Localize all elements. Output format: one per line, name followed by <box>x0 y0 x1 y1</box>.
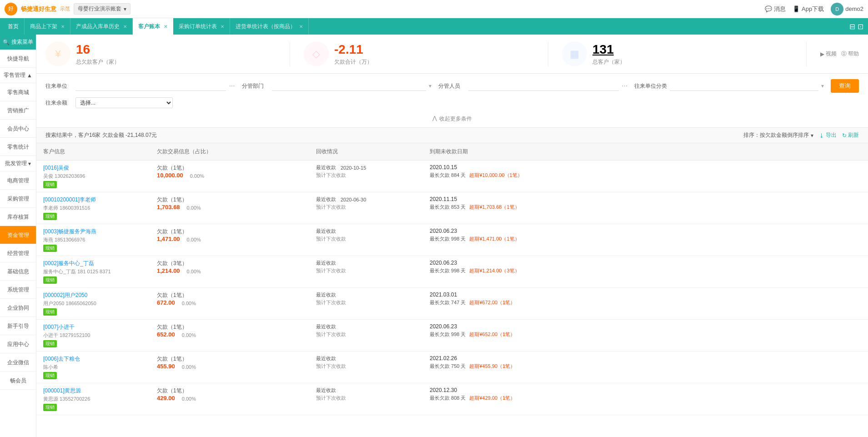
cell-customer-info-0: [0016]吴俊 吴俊 13026203696 现销 <box>36 161 150 192</box>
export-btn[interactable]: ⭳ 导出 <box>819 131 837 139</box>
dept-input[interactable] <box>272 81 426 91</box>
sidebar-item-retail-mgmt[interactable]: 零售管理 ▲ <box>0 68 36 83</box>
customer-name-4[interactable]: [000002]用户2050 <box>43 291 143 299</box>
sidebar-item-system[interactable]: 系统管理 <box>0 281 36 299</box>
tab-maximize-icon[interactable]: ⊡ <box>858 22 863 31</box>
overdue-amount-0[interactable]: 超期¥10,000.00（1笔） <box>469 172 522 179</box>
sidebar-item-ecommerce-label: 电商管理 <box>2 177 34 185</box>
debt-amount-4[interactable]: 672.00 <box>157 299 175 306</box>
tab-purchase-label: 采购订单统计表 <box>179 23 217 30</box>
refresh-btn[interactable]: ↻ 刷新 <box>842 131 859 139</box>
sidebar-item-finance[interactable]: 资金管理 <box>0 226 36 244</box>
debt-amount-2[interactable]: 1,471.00 <box>157 236 180 242</box>
sidebar-item-retail-store[interactable]: 零售商城 <box>0 83 36 101</box>
message-btn[interactable]: 💬 消息 <box>765 5 786 13</box>
overdue-amount-4[interactable]: 超期¥672.00（1笔） <box>469 299 515 306</box>
customer-name-3[interactable]: [0002]服务中心_丁磊 <box>43 260 143 267</box>
table-row: [0007]小进干 小进干 18279152100 现销 欠款（1笔） 652.… <box>36 320 868 352</box>
overdue-amount-7[interactable]: 超期¥429.00（1笔） <box>469 395 515 402</box>
tab-incoming-stats[interactable]: 进货单统计表（按商品） ✕ <box>230 18 309 35</box>
sidebar-item-batch-mgmt[interactable]: 批发管理 ▾ <box>0 156 36 171</box>
sidebar-item-inventory[interactable]: 库存核算 <box>0 208 36 226</box>
results-summary: 搜索结果中，客户16家 欠款金额 -21,148.07元 <box>45 131 157 139</box>
customer-name-7[interactable]: [000001]黄思源 <box>43 387 143 395</box>
logo-area: 好 畅捷通好生意 示范 母婴行业演示账套 ▾ <box>5 3 130 15</box>
customer-name-6[interactable]: [0006]去下粮仓 <box>43 355 143 363</box>
tab-customer-account[interactable]: 客户账本 ✕ <box>133 18 173 35</box>
collapse-row[interactable]: ⋀ 收起更多条件 <box>45 113 859 125</box>
debt-amount-6[interactable]: 455.90 <box>157 363 175 370</box>
overdue-amount-3[interactable]: 超期¥1,214.00（3笔） <box>469 267 519 274</box>
unit-category-input[interactable] <box>670 81 818 91</box>
help-btn[interactable]: ⓪ 帮助 <box>841 50 859 58</box>
table-row: [000001]黄思源 黄思源 13552700226 现销 欠款（1笔） 42… <box>36 383 868 415</box>
user-avatar-btn[interactable]: D demo2 <box>831 3 863 15</box>
tab-produce-history[interactable]: 产成品入库单历史 ✕ <box>70 18 133 35</box>
overdue-amount-2[interactable]: 超期¥1,471.00（1笔） <box>469 236 519 242</box>
tab-home[interactable]: 首页 <box>2 18 25 35</box>
sidebar-item-ecommerce[interactable]: 电商管理 <box>0 171 36 190</box>
overdue-date-6: 2021.02.26 <box>430 355 861 362</box>
unit-category-label: 往来单位分类 <box>634 82 667 90</box>
from-unit-label: 往来单位 <box>45 82 73 90</box>
staff-input[interactable] <box>468 81 619 91</box>
username: demo2 <box>845 5 863 12</box>
table-row: [00010200001]李老师 李老师 18600391516 现销 欠款（1… <box>36 192 868 224</box>
overdue-amount-1[interactable]: 超期¥1,703.68（1笔） <box>469 204 519 211</box>
debt-amount-7[interactable]: 429.00 <box>157 395 175 402</box>
app-download-btn[interactable]: 📱 App下载 <box>793 5 824 13</box>
debt-amount-5[interactable]: 652.00 <box>157 331 175 338</box>
tab-purchase-stats[interactable]: 采购订单统计表 ✕ <box>173 18 230 35</box>
tab-customer-close-icon[interactable]: ✕ <box>164 24 167 29</box>
sidebar-item-retail-stats[interactable]: 零售统计 <box>0 138 36 156</box>
customer-name-1[interactable]: [00010200001]李老师 <box>43 196 143 204</box>
filter-from-unit: 往来单位 ··· <box>45 81 235 91</box>
sidebar-item-vip-member[interactable]: 畅会员 <box>0 372 36 390</box>
sort-selector[interactable]: 排序：按欠款金额倒序排序 ▾ <box>743 131 813 139</box>
customer-name-0[interactable]: [0016]吴俊 <box>43 164 143 172</box>
customer-table: 客户信息 欠款交易信息（占比） 回收情况 到期未收款日期 [0016]吴俊 吴俊… <box>36 143 868 415</box>
staff-label: 分管人员 <box>438 82 466 90</box>
cell-recovery-6: 最近收款 预计下次收款 <box>309 352 423 383</box>
sidebar-item-member-center[interactable]: 会员中心 <box>0 120 36 138</box>
sidebar-search[interactable]: 🔍 搜索菜单 <box>0 35 36 50</box>
sidebar-item-quick-nav[interactable]: 快捷导航 <box>0 50 36 68</box>
customer-name-2[interactable]: [0003]畅捷服务尹海燕 <box>43 228 143 236</box>
recent-label-5: 最近收款 <box>316 323 336 330</box>
customer-phone-2: 海燕 18513066976 <box>43 236 143 243</box>
overdue-amount-5[interactable]: 超期¥652.00（1笔） <box>469 331 515 338</box>
tab-minimize-icon[interactable]: ⊟ <box>849 22 855 31</box>
tab-incoming-close-icon[interactable]: ✕ <box>299 24 303 29</box>
debt-amount-1[interactable]: 1,703.68 <box>157 204 180 211</box>
company-selector[interactable]: 母婴行业演示账套 ▾ <box>74 3 130 15</box>
customer-tag-4: 现销 <box>43 308 57 316</box>
sidebar-item-newbie[interactable]: 新手引导 <box>0 317 36 335</box>
search-button[interactable]: 查询 <box>831 79 859 93</box>
customer-name-5[interactable]: [0007]小进干 <box>43 323 143 331</box>
sidebar-item-operation[interactable]: 经营管理 <box>0 244 36 262</box>
tab-goods-close-icon[interactable]: ✕ <box>61 24 65 29</box>
sidebar-item-enterprise-wechat[interactable]: 企业微信 <box>0 353 36 372</box>
overdue-amount-6[interactable]: 超期¥455.90（1笔） <box>469 363 515 370</box>
stat-icon-diamond: ◇ <box>304 41 329 66</box>
table-row: [0002]服务中心_丁磊 服务中心_丁磊 181 0125 8371 现销 欠… <box>36 256 868 288</box>
sidebar-item-basic-info[interactable]: 基础信息 <box>0 262 36 281</box>
tab-goods-status[interactable]: 商品上下架 ✕ <box>25 18 70 35</box>
cell-customer-info-7: [000001]黄思源 黄思源 13552700226 现销 <box>36 383 150 415</box>
tab-produce-close-icon[interactable]: ✕ <box>123 24 127 29</box>
sidebar-item-app-center[interactable]: 应用中心 <box>0 335 36 353</box>
logo-text: 畅捷通好生意 <box>21 5 56 13</box>
balance-select[interactable]: 选择... <box>75 97 173 108</box>
stat-number-total-customers: 131 <box>592 42 625 57</box>
debt-amount-0[interactable]: 10,000.00 <box>157 172 183 179</box>
cell-recovery-0: 最近收款 2020-10-15 预计下次收款 <box>309 161 423 192</box>
overdue-days-2: 最长欠款 998 天 <box>430 236 466 242</box>
tab-purchase-close-icon[interactable]: ✕ <box>221 24 224 29</box>
video-btn[interactable]: ▶ 视频 <box>820 50 837 58</box>
from-unit-input[interactable] <box>75 81 226 91</box>
stat-card-overdue-customers: ¥ 16 总欠款客户（家） <box>45 41 290 66</box>
sidebar-item-purchase-mgmt[interactable]: 采购管理 <box>0 190 36 208</box>
sidebar-item-enterprise-coop[interactable]: 企业协同 <box>0 299 36 317</box>
debt-amount-3[interactable]: 1,214.00 <box>157 267 180 274</box>
sidebar-item-marketing[interactable]: 营销推广 <box>0 101 36 120</box>
